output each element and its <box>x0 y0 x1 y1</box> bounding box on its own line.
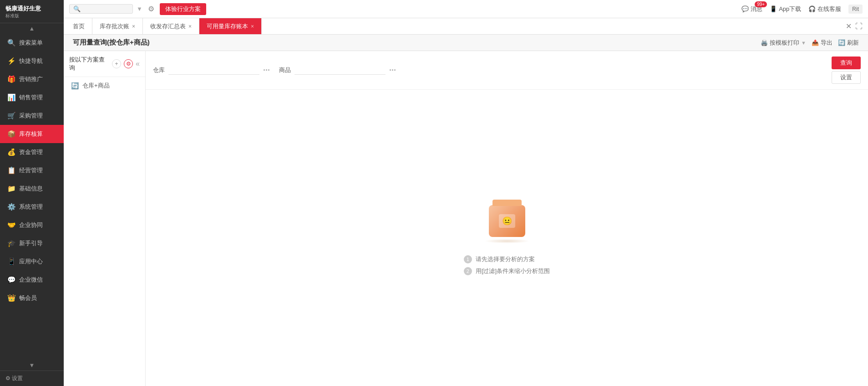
product-more-icon[interactable]: ··· <box>389 66 396 75</box>
empty-box: 😐 <box>489 205 525 237</box>
product-label: 商品 <box>279 66 291 74</box>
sidebar-item-label: 系统管理 <box>19 203 43 211</box>
product-input[interactable] <box>294 66 386 75</box>
topbar-search-box[interactable]: 🔍 <box>69 4 133 14</box>
tab-available-ledger[interactable]: 可用量库存账本 × <box>199 18 262 34</box>
left-panel-title: 按以下方案查询 <box>69 56 109 72</box>
sidebar-item-system[interactable]: ⚙️ 系统管理 <box>0 198 64 216</box>
guide-icon: 🎓 <box>7 239 15 247</box>
tab-batch-account-label: 库存批次账 <box>100 22 129 31</box>
topbar-dropdown-arrow[interactable]: ▼ <box>137 5 142 12</box>
tab-batch-account-close[interactable]: × <box>132 23 135 30</box>
hint-text-2: 用[过滤]条件来缩小分析范围 <box>476 267 550 275</box>
tab-home-label: 首页 <box>73 22 85 31</box>
user-avatar[interactable]: Rit <box>848 5 863 14</box>
sidebar-item-sales[interactable]: 📊 销售管理 <box>0 88 64 107</box>
sidebar-item-label: 采购管理 <box>19 112 43 120</box>
sidebar-item-funds[interactable]: 💰 资金管理 <box>0 143 64 161</box>
tab-home[interactable]: 首页 <box>64 18 92 34</box>
warehouse-label: 仓库 <box>153 66 165 74</box>
gear-icon: ⚙️ <box>7 203 15 211</box>
sidebar-item-label: 新手引导 <box>19 239 43 247</box>
print-icon: 🖨️ <box>761 39 768 46</box>
online-service-action[interactable]: 🎧 在线客服 <box>808 5 841 13</box>
query-button[interactable]: 查询 <box>832 57 861 69</box>
chat-icon: 💬 <box>7 276 15 284</box>
left-panel: 按以下方案查询 + ⚙ « 🔄 仓库+商品 <box>64 51 146 386</box>
empty-shadow <box>484 239 530 243</box>
empty-state: 😐 1 请先选择要分析的方案 2 用[过滤]条件来缩小分析范围 <box>146 90 868 386</box>
print-dropdown-icon[interactable]: ▼ <box>801 40 806 46</box>
crown-icon: 👑 <box>7 294 15 302</box>
app-name: 畅康通好生意 <box>5 5 58 13</box>
hint-num-2: 2 <box>464 267 472 275</box>
cart-icon: 🛒 <box>7 112 15 120</box>
sidebar-bottom[interactable]: ⚙ 设置 <box>0 371 64 386</box>
main-content: 🔍 ▼ ⚙ 体验行业方案 💬 消息 99+ 📱 App下载 🎧 在线客服 Rit <box>64 0 868 386</box>
tab-collect-summary-close[interactable]: × <box>188 23 192 30</box>
page-header-actions: 🖨️ 按模板打印 ▼ 📤 导出 🔄 刷新 <box>761 39 859 47</box>
tab-collect-summary-label: 收发存汇总表 <box>150 22 186 31</box>
app-download-action[interactable]: 📱 App下载 <box>770 5 801 13</box>
scheme-settings-button[interactable]: ⚙ <box>124 59 133 68</box>
add-scheme-button[interactable]: + <box>112 59 121 68</box>
empty-box-face: 😐 <box>499 214 515 228</box>
phone-icon: 📱 <box>7 257 15 266</box>
sidebar-item-label: 资金管理 <box>19 148 43 156</box>
sidebar-item-marketing[interactable]: 🎁 营销推广 <box>0 70 64 88</box>
tab-batch-account[interactable]: 库存批次账 × <box>92 18 143 34</box>
sidebar-item-label: 搜索菜单 <box>19 39 43 47</box>
topbar-gear-icon[interactable]: ⚙ <box>146 5 156 13</box>
hint-num-1: 1 <box>464 255 472 263</box>
page-header: 可用量查询(按仓库+商品) 🖨️ 按模板打印 ▼ 📤 导出 🔄 刷新 <box>64 35 868 51</box>
search-icon: 🔍 <box>73 5 81 12</box>
right-panel: 仓库 ··· 商品 ··· 查询 设置 😐 <box>146 51 868 386</box>
sidebar: 畅康通好生意 标准版 ▲ 🔍 搜索菜单 ⚡ 快捷导航 🎁 营销推广 📊 销售管理… <box>0 0 64 386</box>
sidebar-scroll-down[interactable]: ▼ <box>0 360 64 371</box>
sidebar-item-enterprise[interactable]: 🤝 企业协同 <box>0 216 64 234</box>
refresh-action[interactable]: 🔄 刷新 <box>838 39 859 47</box>
sidebar-item-ops[interactable]: 📋 经营管理 <box>0 161 64 180</box>
sidebar-item-search[interactable]: 🔍 搜索菜单 <box>0 34 64 52</box>
sidebar-item-label: 企业协同 <box>19 221 43 229</box>
tab-expand-icon[interactable]: ⛶ <box>855 22 863 31</box>
sidebar-item-appcenter[interactable]: 📱 应用中心 <box>0 252 64 271</box>
industry-solution-button[interactable]: 体验行业方案 <box>160 3 206 15</box>
export-action[interactable]: 📤 导出 <box>812 39 832 47</box>
chart-icon: 📊 <box>7 93 15 102</box>
hint-text-1: 请先选择要分析的方案 <box>476 255 535 263</box>
warehouse-more-icon[interactable]: ··· <box>263 66 270 75</box>
print-action[interactable]: 🖨️ 按模板打印 ▼ <box>761 39 806 47</box>
search-input[interactable] <box>82 6 128 12</box>
clipboard-icon: 📋 <box>7 166 15 175</box>
page-title: 可用量查询(按仓库+商品) <box>73 38 150 47</box>
sidebar-item-corpwx[interactable]: 💬 企业微信 <box>0 271 64 289</box>
setting-button[interactable]: 设置 <box>832 71 861 84</box>
sidebar-item-newguide[interactable]: 🎓 新手引导 <box>0 234 64 252</box>
warehouse-input[interactable] <box>168 66 259 75</box>
handshake-icon: 🤝 <box>7 221 15 229</box>
content-area: 按以下方案查询 + ⚙ « 🔄 仓库+商品 仓库 ··· 商品 <box>64 51 868 386</box>
filter-row: 仓库 ··· 商品 ··· 查询 设置 <box>146 51 868 90</box>
tab-close-all-icon[interactable]: ✕ <box>846 22 852 31</box>
tab-collect-summary[interactable]: 收发存汇总表 × <box>143 18 199 34</box>
tab-available-ledger-close[interactable]: × <box>251 23 254 30</box>
sidebar-item-purchase[interactable]: 🛒 采购管理 <box>0 107 64 125</box>
shortcut-icon: ⚡ <box>7 57 15 65</box>
print-label: 按模板打印 <box>770 39 799 47</box>
sidebar-item-member[interactable]: 👑 畅会员 <box>0 289 64 307</box>
scheme-item-warehouse-product[interactable]: 🔄 仓库+商品 <box>64 77 145 94</box>
message-action[interactable]: 💬 消息 99+ <box>741 5 762 13</box>
online-service-label: 在线客服 <box>817 5 841 13</box>
collapse-panel-button[interactable]: « <box>136 60 140 68</box>
sidebar-item-inventory[interactable]: 📦 库存核算 <box>0 125 64 143</box>
tab-available-ledger-label: 可用量库存账本 <box>207 22 248 31</box>
empty-hint-2: 2 用[过滤]条件来缩小分析范围 <box>464 267 550 275</box>
sidebar-item-basic[interactable]: 📁 基础信息 <box>0 180 64 198</box>
service-icon: 🎧 <box>808 5 816 12</box>
sidebar-item-label: 快捷导航 <box>19 57 43 65</box>
sidebar-item-shortcut[interactable]: ⚡ 快捷导航 <box>0 52 64 70</box>
export-label: 导出 <box>821 39 832 47</box>
sidebar-item-label: 企业微信 <box>19 276 43 284</box>
sidebar-scroll-up[interactable]: ▲ <box>0 23 64 34</box>
